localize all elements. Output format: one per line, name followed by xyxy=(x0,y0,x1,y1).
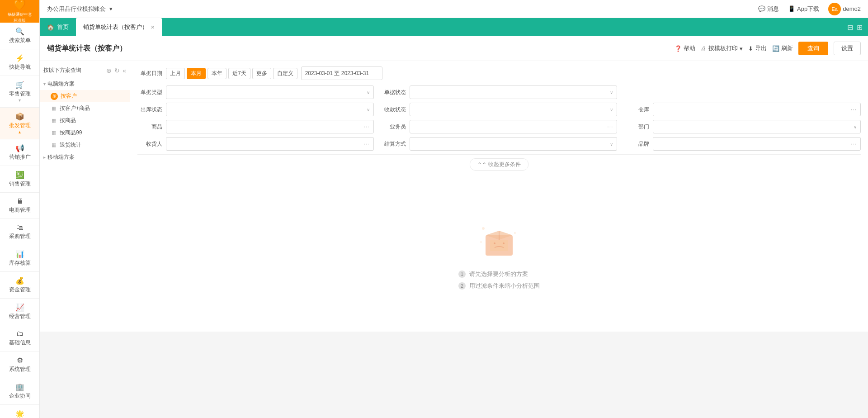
filter-doc-status-input[interactable]: ∨ xyxy=(410,86,618,99)
filter-salesperson-input[interactable]: ··· xyxy=(410,120,618,133)
empty-svg xyxy=(472,210,526,265)
collapse-row: ⌃⌃ 收起更多条件 xyxy=(137,154,861,174)
scheme-item-label: 退货统计 xyxy=(60,141,81,149)
scheme-item-label: 按商品99 xyxy=(60,129,82,137)
scheme-refresh-icon[interactable]: ↻ xyxy=(114,67,120,74)
sidebar-item-enterprise[interactable]: 🏢 企业协同 xyxy=(0,378,39,405)
filter-doc-type: 单据类型 ∨ xyxy=(137,86,374,99)
filter-goods-input[interactable]: ··· xyxy=(166,120,374,133)
sidebar-item-ecommerce[interactable]: 🖥 电商管理 xyxy=(0,193,39,219)
filter-out-status-input[interactable]: ∨ xyxy=(166,103,374,116)
sidebar-item-newbie[interactable]: 🌟 新手引导 xyxy=(0,405,39,418)
scheme-add-icon[interactable]: ⊕ xyxy=(106,67,112,74)
filter-settlement: 结算方式 ∨ xyxy=(381,137,618,151)
sidebar-item-marketing[interactable]: 📢 营销推广 xyxy=(0,139,39,166)
collapse-icon: ⌃⌃ xyxy=(477,162,486,168)
sidebar-item-sales[interactable]: 💹 销售管理 xyxy=(0,166,39,193)
collapse-button[interactable]: ⌃⌃ 收起更多条件 xyxy=(470,158,528,171)
date-btn-last-month[interactable]: 上月 xyxy=(166,68,185,79)
date-btn-this-year[interactable]: 本年 xyxy=(208,68,226,79)
sidebar-item-system[interactable]: ⚙ 系统管理 xyxy=(0,352,39,378)
scheme-group-mobile-header[interactable]: ▸ 移动端方案 xyxy=(40,151,130,163)
sidebar-item-basic[interactable]: 🗂 基础信息 xyxy=(0,325,39,352)
filter-out-status: 出库状态 ∨ xyxy=(137,103,374,116)
purchase-icon: 🛍 xyxy=(2,223,38,232)
scheme-item-icon-small: ▦ xyxy=(51,105,57,112)
page-header: 销货单统计表（按客户） ❓ 帮助 🖨 按模板打印 ▾ ⬇ 导出 🔄 刷新 xyxy=(40,36,868,61)
industry-label: 办公用品行业模拟账套 xyxy=(47,5,106,13)
sidebar-item-purchase[interactable]: 🛍 采购管理 xyxy=(0,219,39,245)
filter-department-input[interactable]: ∨ xyxy=(653,120,861,133)
filter-doc-type-input[interactable]: ∨ xyxy=(166,86,374,99)
message-btn[interactable]: 💬 消息 xyxy=(758,5,779,13)
sidebar-item-ops[interactable]: 📈 经营管理 xyxy=(0,299,39,325)
filter-label: 结算方式 xyxy=(381,140,406,148)
help-btn[interactable]: ❓ 帮助 xyxy=(675,44,695,52)
template-print-btn[interactable]: 🖨 按模板打印 ▾ xyxy=(701,44,743,52)
sidebar: 🧡 畅捷通好生意 标准版 🔍 搜索菜单 ⚡ 快捷导航 🛒 零售管理 ▾ 📦 批发… xyxy=(0,0,40,418)
sidebar-item-finance[interactable]: 💰 资金管理 xyxy=(0,272,39,299)
app-download-btn[interactable]: 📱 App下载 xyxy=(788,5,819,13)
user-profile[interactable]: Ea demo2 xyxy=(828,3,861,15)
tab-home[interactable]: 🏠 首页 xyxy=(40,18,76,36)
filter-receipt-status-input[interactable]: ∨ xyxy=(410,103,618,116)
filter-settlement-input[interactable]: ∨ xyxy=(410,137,618,151)
dropdown-arrow-icon: ∨ xyxy=(610,107,613,112)
filter-goods: 商品 ··· xyxy=(137,120,374,133)
tab-bar-right: ⊟ ⊞ xyxy=(847,23,868,32)
sidebar-item-wholesale[interactable]: 📦 批发管理 ▴ xyxy=(0,108,39,139)
filter-receipt-status: 收款状态 ∨ xyxy=(381,103,618,116)
industry-dropdown-icon[interactable]: ▾ xyxy=(109,5,113,12)
tab-close-icon[interactable]: ✕ xyxy=(151,24,155,30)
dots-icon: ··· xyxy=(364,141,370,147)
dropdown-arrow-icon: ∨ xyxy=(610,142,613,147)
scheme-group-desktop-header[interactable]: ▾ 电脑端方案 xyxy=(40,78,130,90)
date-btn-last-7[interactable]: 近7天 xyxy=(228,68,250,79)
filter-warehouse-input[interactable]: ··· xyxy=(653,103,861,116)
sidebar-item-search[interactable]: 🔍 搜索菜单 xyxy=(0,23,39,49)
inventory-icon: 📊 xyxy=(2,250,38,258)
scheme-item-icon: 按 xyxy=(51,93,58,100)
refresh-btn[interactable]: 🔄 刷新 xyxy=(772,44,793,52)
export-btn[interactable]: ⬇ 导出 xyxy=(748,44,767,52)
tab-minimize-icon[interactable]: ⊟ xyxy=(847,23,853,32)
tab-maximize-icon[interactable]: ⊞ xyxy=(857,23,863,32)
scheme-item-by-customer[interactable]: 按 按客户 xyxy=(40,90,130,102)
filter-brand-input[interactable]: ··· xyxy=(653,137,861,151)
template-print-arrow: ▾ xyxy=(740,45,743,52)
date-range-input[interactable]: 2023-03-01 至 2023-03-31 xyxy=(301,66,382,80)
scheme-item-return-stat[interactable]: ▦ 退货统计 xyxy=(40,139,130,151)
query-button[interactable]: 查询 xyxy=(798,42,828,55)
page-header-actions: ❓ 帮助 🖨 按模板打印 ▾ ⬇ 导出 🔄 刷新 查询 设置 xyxy=(675,42,861,61)
scheme-item-by-customer-goods[interactable]: ▦ 按客户+商品 xyxy=(40,102,130,114)
date-btn-this-month[interactable]: 本月 xyxy=(187,68,206,79)
sidebar-item-label: 电商管理 xyxy=(2,206,38,214)
tab-sales-stat[interactable]: 销货单统计表（按客户） ✕ xyxy=(76,18,162,36)
filter-receiver-input[interactable]: ··· xyxy=(166,137,374,151)
filter-salesperson: 业务员 ··· xyxy=(381,120,618,133)
tab-sales-stat-label: 销货单统计表（按客户） xyxy=(83,23,148,31)
scheme-item-label: 按客户 xyxy=(61,92,77,100)
setting-button[interactable]: 设置 xyxy=(834,42,861,55)
sidebar-item-label: 经营管理 xyxy=(2,313,38,320)
dropdown-arrow-icon: ∨ xyxy=(367,90,370,95)
scheme-collapse-icon[interactable]: « xyxy=(123,67,126,74)
date-btn-custom[interactable]: 自定义 xyxy=(273,68,297,79)
date-quick-buttons: 上月 本月 本年 近7天 更多 自定义 xyxy=(166,68,297,79)
svg-point-5 xyxy=(503,242,505,244)
scheme-item-by-goods-99[interactable]: ▦ 按商品99 xyxy=(40,127,130,139)
filter-warehouse: 仓库 ··· xyxy=(624,103,861,116)
sidebar-item-inventory[interactable]: 📊 库存核算 xyxy=(0,245,39,272)
filter-grid-row4: 收货人 ··· 结算方式 ∨ 品牌 xyxy=(137,137,861,151)
refresh-icon: 🔄 xyxy=(772,45,779,52)
main-area: 办公用品行业模拟账套 ▾ 💬 消息 📱 App下载 Ea demo2 🏠 首页 … xyxy=(40,0,868,418)
header-left: 办公用品行业模拟账套 ▾ xyxy=(47,5,113,13)
scheme-item-by-goods[interactable]: ▦ 按商品 xyxy=(40,114,130,127)
sidebar-item-retail[interactable]: 🛒 零售管理 ▾ xyxy=(0,76,39,108)
sidebar-item-quicknav[interactable]: ⚡ 快捷导航 xyxy=(0,49,39,76)
date-btn-more[interactable]: 更多 xyxy=(252,68,271,79)
phone-icon: 📱 xyxy=(788,5,795,12)
filter-label: 品牌 xyxy=(624,140,649,148)
top-header: 办公用品行业模拟账套 ▾ 💬 消息 📱 App下载 Ea demo2 xyxy=(40,0,868,18)
sales-icon: 💹 xyxy=(2,171,38,179)
